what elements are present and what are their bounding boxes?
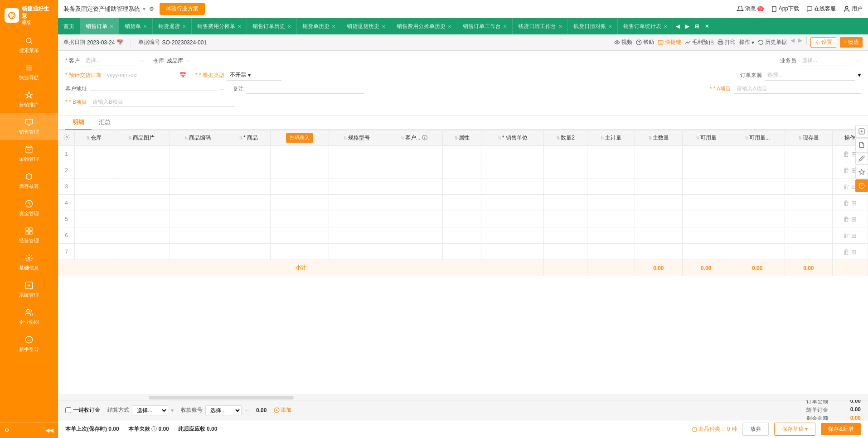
row-spec-3[interactable] xyxy=(329,178,385,195)
row-warehouse-1[interactable] xyxy=(75,146,113,162)
row-qty2-1[interactable] xyxy=(544,146,587,162)
row-qty2-5[interactable] xyxy=(544,211,587,227)
warehouse-ellipsis[interactable]: ··· xyxy=(186,58,190,64)
right-btn-1[interactable] xyxy=(855,125,868,138)
delivery-input[interactable] xyxy=(104,71,177,80)
row-main-qty-3[interactable] xyxy=(635,178,682,195)
sidebar-item-basic[interactable]: 基础信息 xyxy=(0,249,58,276)
row-main-unit-4[interactable] xyxy=(587,195,635,211)
tab-prev-icon[interactable]: ◀ xyxy=(673,23,683,29)
tab-close-cash-reconcile[interactable]: ✕ xyxy=(608,24,612,29)
tab-close-sales-return[interactable]: ✕ xyxy=(182,24,186,29)
tab-return-history[interactable]: 销货退货历史 ✕ xyxy=(341,18,391,34)
row-warehouse-3[interactable] xyxy=(75,178,113,195)
settings-button[interactable]: 设置 xyxy=(810,37,836,48)
tab-cash-reconcile[interactable]: 钱货日清对账 ✕ xyxy=(568,18,618,34)
delete-icon-6[interactable]: 🗑 xyxy=(843,232,849,239)
one-click-checkbox[interactable] xyxy=(65,407,71,413)
sidebar-item-marketing[interactable]: 营销推广 xyxy=(0,86,58,113)
row-attr-6[interactable] xyxy=(443,227,481,244)
copy-icon-7[interactable]: ⊞ xyxy=(851,248,857,255)
row-unit-7[interactable] xyxy=(481,244,544,260)
tab-close-workbench[interactable]: ✕ xyxy=(503,24,507,29)
operate-btn[interactable]: 操作 ▾ xyxy=(739,37,754,48)
order-source-select[interactable]: 选择... xyxy=(765,70,855,81)
sidebar-item-enterprise[interactable]: 企业协同 xyxy=(0,303,58,330)
row-customer-code-6[interactable] xyxy=(385,227,443,244)
row-customer-code-5[interactable] xyxy=(385,211,443,227)
solution-button[interactable]: 体验行业方案 xyxy=(160,3,205,15)
tab-summary[interactable]: 汇总 xyxy=(92,116,118,130)
row-product-4[interactable] xyxy=(226,195,271,211)
row-product-7[interactable] xyxy=(226,244,271,260)
row-unit-3[interactable] xyxy=(481,178,544,195)
row-main-qty-1[interactable] xyxy=(635,146,682,162)
sidebar-item-nav[interactable]: 快捷导航 xyxy=(0,58,58,86)
row-code-6[interactable] xyxy=(170,227,226,244)
scan-button[interactable]: 扫码录入 xyxy=(286,133,313,143)
tab-sales-stats[interactable]: 销售订单统计表 ✕ xyxy=(618,18,673,34)
customer-select[interactable]: 选择... xyxy=(82,55,137,66)
delete-icon-3[interactable]: 🗑 xyxy=(843,183,849,190)
app-download-item[interactable]: App下载 xyxy=(771,5,799,13)
delete-icon-1[interactable]: 🗑 xyxy=(843,150,849,158)
customer-ellipsis[interactable]: ··· xyxy=(140,58,144,64)
row-product-5[interactable] xyxy=(226,211,271,227)
row-warehouse-6[interactable] xyxy=(75,227,113,244)
row-qty2-3[interactable] xyxy=(544,178,587,195)
payment-select[interactable]: 选择... xyxy=(132,405,168,415)
sidebar-item-finance[interactable]: 资金管理 xyxy=(0,194,58,221)
row-product-3[interactable] xyxy=(226,178,271,195)
row-unit-5[interactable] xyxy=(481,211,544,227)
tab-close-sales-stats[interactable]: ✕ xyxy=(664,24,667,29)
row-unit-2[interactable] xyxy=(481,162,544,178)
row-customer-code-4[interactable] xyxy=(385,195,443,211)
discard-button[interactable]: 放弃 xyxy=(742,423,769,436)
row-main-qty-6[interactable] xyxy=(635,227,682,244)
row-code-2[interactable] xyxy=(170,162,226,178)
tab-sales-invoice[interactable]: 销货单 ✕ xyxy=(119,18,153,34)
right-btn-5[interactable] xyxy=(855,179,868,192)
scroll-thumb[interactable] xyxy=(149,396,294,399)
invoice-select[interactable]: 不开票 ▾ xyxy=(227,70,281,81)
sidebar-item-sales[interactable]: 销售管理 xyxy=(0,113,58,140)
row-customer-code-7[interactable] xyxy=(385,244,443,260)
row-attr-1[interactable] xyxy=(443,146,481,162)
row-product-6[interactable] xyxy=(226,227,271,244)
row-attr-7[interactable] xyxy=(443,244,481,260)
row-main-unit-2[interactable] xyxy=(587,162,635,178)
title-dropdown-icon[interactable]: ▾ xyxy=(143,6,145,12)
row-product-1[interactable] xyxy=(226,146,271,162)
tab-detail[interactable]: 明细 xyxy=(65,116,92,130)
row-qty2-4[interactable] xyxy=(544,195,587,211)
right-btn-2[interactable] xyxy=(855,139,868,151)
row-spec-5[interactable] xyxy=(329,211,385,227)
sidebar-item-purchase[interactable]: 采购管理 xyxy=(0,140,58,167)
row-attr-4[interactable] xyxy=(443,195,481,211)
row-code-7[interactable] xyxy=(170,244,226,260)
row-qty2-2[interactable] xyxy=(544,162,587,178)
row-main-unit-1[interactable] xyxy=(587,146,635,162)
row-main-qty-4[interactable] xyxy=(635,195,682,211)
tab-close-history[interactable]: ✕ xyxy=(287,24,291,29)
tab-sales-return[interactable]: 销货退货 ✕ xyxy=(153,18,192,34)
tab-close-sales-order[interactable]: ✕ xyxy=(110,24,113,29)
row-attr-5[interactable] xyxy=(443,211,481,227)
nav-prev-icon[interactable]: ◀ xyxy=(790,37,795,48)
nav-next-icon[interactable]: ▶ xyxy=(798,37,802,48)
settings-bottom-icon[interactable]: ⚙ xyxy=(5,427,10,433)
a-project-input[interactable] xyxy=(734,84,861,94)
address-ellipsis[interactable]: ··· xyxy=(219,86,224,92)
row-code-3[interactable] xyxy=(170,178,226,195)
delete-icon-2[interactable]: 🗑 xyxy=(843,167,849,174)
add-button[interactable]: 添加 xyxy=(274,406,291,414)
view-btn[interactable]: 视频 xyxy=(614,37,632,48)
online-service-item[interactable]: 在线客服 xyxy=(806,5,836,13)
copy-icon-4[interactable]: ⊞ xyxy=(851,199,857,207)
row-spec-1[interactable] xyxy=(329,146,385,162)
tab-invoice-history[interactable]: 销货单历史 ✕ xyxy=(297,18,341,34)
tab-expense-history[interactable]: 销售费用分摊单历史 ✕ xyxy=(391,18,457,34)
horizontal-scrollbar[interactable] xyxy=(58,395,868,400)
row-unit-1[interactable] xyxy=(481,146,544,162)
row-unit-4[interactable] xyxy=(481,195,544,211)
